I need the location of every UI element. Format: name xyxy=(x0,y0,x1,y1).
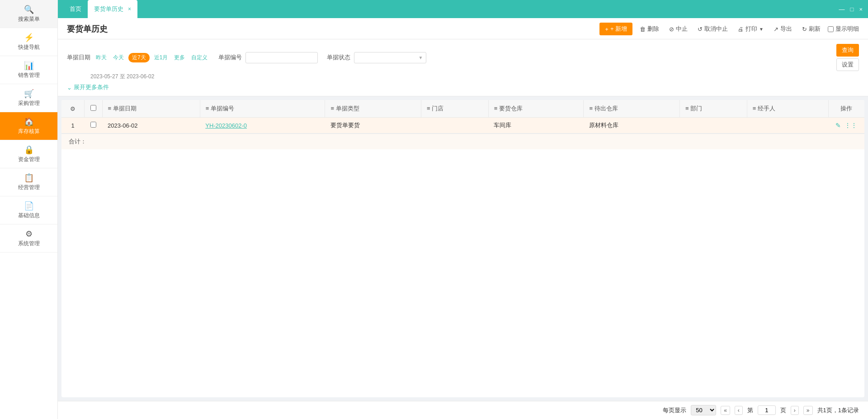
sidebar-icon-search-menu: 🔍 xyxy=(24,5,34,14)
date-shortcuts: 昨天今天近7天近1月更多自定义 xyxy=(94,53,209,62)
refresh-button[interactable]: ↻ 刷新 xyxy=(799,23,823,35)
tab-home[interactable]: 首页 xyxy=(63,0,88,18)
print-icon: 🖨 xyxy=(738,26,744,33)
sidebar-item-base-info[interactable]: 📄 基础信息 xyxy=(0,196,57,224)
cell-checkbox-0[interactable] xyxy=(84,118,102,133)
sidebar-item-inventory[interactable]: 🏠 库存核算 xyxy=(0,112,57,140)
date-btn-近7天[interactable]: 近7天 xyxy=(128,53,150,62)
col-req-warehouse-header[interactable]: ≡ 要货仓库 xyxy=(488,100,584,118)
col-checkbox-header[interactable] xyxy=(84,100,102,118)
delete-icon: 🗑 xyxy=(640,26,646,33)
col-handler-header[interactable]: ≡ 经手人 xyxy=(747,100,828,118)
display-detail-checkbox[interactable] xyxy=(828,26,834,32)
date-range-row: 2023-05-27 至 2023-06-02 xyxy=(67,73,859,81)
print-button[interactable]: 🖨 打印 ▼ xyxy=(735,23,766,35)
query-button[interactable]: 查询 xyxy=(836,44,859,57)
new-button[interactable]: + + 新增 xyxy=(599,23,632,35)
tab-label-requisition-history: 要货单历史 xyxy=(94,5,123,13)
sidebar-item-sys-mgmt[interactable]: ⚙ 系统管理 xyxy=(0,224,57,252)
sidebar-item-quick-nav[interactable]: ⚡ 快捷导航 xyxy=(0,28,57,56)
date-btn-今天[interactable]: 今天 xyxy=(111,53,126,62)
first-page-btn[interactable]: « xyxy=(721,406,730,415)
sidebar-icon-sys-mgmt: ⚙ xyxy=(25,230,33,238)
toolbar-buttons: + + 新增 🗑 删除 ⊘ 中止 ↺ 取消中止 🖨 打印 xyxy=(599,23,859,35)
cell-doc-number-0[interactable]: YH-20230602-0 xyxy=(200,118,325,133)
expand-more-btn[interactable]: ⌄ 展开更多条件 xyxy=(67,83,859,91)
page-title: 要货单历史 xyxy=(67,24,108,34)
col-doc-type-header[interactable]: ≡ 单据类型 xyxy=(325,100,421,118)
cell-index-0: 1 xyxy=(61,118,84,133)
sidebar-icon-ops-mgmt: 📋 xyxy=(24,174,34,182)
sidebar-label-sys-mgmt: 系统管理 xyxy=(18,240,40,248)
total-info: 共1页，1条记录 xyxy=(817,406,859,414)
date-filter-label: 单据日期 xyxy=(67,53,90,62)
settings-button[interactable]: 设置 xyxy=(836,58,859,71)
page-suffix: 页 xyxy=(780,406,786,414)
topbar: 首页要货单历史× — □ × xyxy=(58,0,868,18)
window-minimize[interactable]: — xyxy=(839,6,845,13)
per-page-select[interactable]: 102050100 xyxy=(691,405,716,415)
date-filter-group: 单据日期 昨天今天近7天近1月更多自定义 xyxy=(67,53,209,62)
window-close[interactable]: × xyxy=(859,6,863,13)
col-settings-icon[interactable]: ⚙ xyxy=(61,100,84,118)
cell-pending-warehouse-0: 原材料仓库 xyxy=(584,118,680,133)
cell-handler-0 xyxy=(747,118,828,133)
sidebar-item-finance-mgmt[interactable]: 🔒 资金管理 xyxy=(0,140,57,168)
date-btn-更多[interactable]: 更多 xyxy=(172,53,187,62)
filter-row-1: 单据日期 昨天今天近7天近1月更多自定义 单据编号 单据状态 xyxy=(67,44,859,71)
doc-number-label: 单据编号 xyxy=(218,53,242,62)
sidebar-label-sales-mgmt: 销售管理 xyxy=(18,71,40,79)
col-department-header[interactable]: ≡ 部门 xyxy=(680,100,747,118)
refresh-icon: ↻ xyxy=(802,26,807,33)
per-page-label: 每页显示 xyxy=(663,406,686,414)
tab-label-home: 首页 xyxy=(70,5,81,13)
select-all-checkbox[interactable] xyxy=(90,105,96,111)
tab-close-requisition-history[interactable]: × xyxy=(128,6,131,12)
date-btn-自定义[interactable]: 自定义 xyxy=(189,53,209,62)
cell-doc-type-0: 要货单要货 xyxy=(325,118,421,133)
expand-icon: ⌄ xyxy=(67,84,72,91)
main-area: 首页要货单历史× — □ × 要货单历史 + + 新增 🗑 删除 ⊘ 中止 xyxy=(58,0,868,419)
export-button[interactable]: ↗ 导出 xyxy=(771,23,795,35)
edit-icon-0[interactable]: ✎ xyxy=(835,122,841,129)
col-doc-date-header[interactable]: ≡ 单据日期 xyxy=(102,100,200,118)
stop-button[interactable]: ⊘ 中止 xyxy=(666,23,690,35)
prev-page-btn[interactable]: ‹ xyxy=(735,406,743,415)
doc-status-select[interactable] xyxy=(354,52,426,63)
doc-number-input[interactable] xyxy=(245,52,318,63)
col-pending-warehouse-header[interactable]: ≡ 待出仓库 xyxy=(584,100,680,118)
sidebar-label-purchase-mgmt: 采购管理 xyxy=(18,100,40,107)
more-icon-0[interactable]: ⋮⋮ xyxy=(844,122,857,129)
date-btn-近1月[interactable]: 近1月 xyxy=(152,53,170,62)
display-detail-toggle[interactable]: 显示明细 xyxy=(828,25,859,33)
cancel-stop-button[interactable]: ↺ 取消中止 xyxy=(695,23,731,35)
topbar-right: — □ × xyxy=(839,6,863,13)
date-range-text: 2023-05-27 至 2023-06-02 xyxy=(90,73,154,80)
tab-requisition-history[interactable]: 要货单历史× xyxy=(88,0,137,18)
page-label: 第 xyxy=(747,406,753,414)
sidebar: 🔍 搜索菜单 ⚡ 快捷导航 📊 销售管理 🛒 采购管理 🏠 库存核算 🔒 资金管… xyxy=(0,0,58,419)
cancel-stop-icon: ↺ xyxy=(698,26,703,33)
window-maximize[interactable]: □ xyxy=(850,6,854,13)
page-input[interactable] xyxy=(758,405,776,415)
query-settings-group: 查询 设置 xyxy=(836,44,859,71)
content: 要货单历史 + + 新增 🗑 删除 ⊘ 中止 ↺ 取消中止 xyxy=(58,18,868,419)
table-row: 1 2023-06-02 YH-20230602-0 要货单要货 车间库 原材料… xyxy=(61,118,864,133)
sidebar-label-inventory: 库存核算 xyxy=(18,128,40,135)
sidebar-item-sales-mgmt[interactable]: 📊 销售管理 xyxy=(0,56,57,84)
col-actions-header: 操作 xyxy=(828,100,864,118)
cell-req-warehouse-0: 车间库 xyxy=(488,118,584,133)
date-btn-昨天[interactable]: 昨天 xyxy=(94,53,108,62)
sidebar-item-ops-mgmt[interactable]: 📋 经营管理 xyxy=(0,168,57,196)
sidebar-item-search-menu[interactable]: 🔍 搜索菜单 xyxy=(0,0,57,28)
next-page-btn[interactable]: › xyxy=(791,406,799,415)
sidebar-icon-quick-nav: ⚡ xyxy=(24,33,34,42)
delete-button[interactable]: 🗑 删除 xyxy=(637,23,662,35)
last-page-btn[interactable]: » xyxy=(803,406,813,415)
col-doc-number-header[interactable]: ≡ 单据编号 xyxy=(200,100,325,118)
cell-department-0 xyxy=(680,118,747,133)
sidebar-label-ops-mgmt: 经营管理 xyxy=(18,184,40,191)
sidebar-label-finance-mgmt: 资金管理 xyxy=(18,156,40,163)
col-store-header[interactable]: ≡ 门店 xyxy=(421,100,489,118)
sidebar-item-purchase-mgmt[interactable]: 🛒 采购管理 xyxy=(0,84,57,112)
